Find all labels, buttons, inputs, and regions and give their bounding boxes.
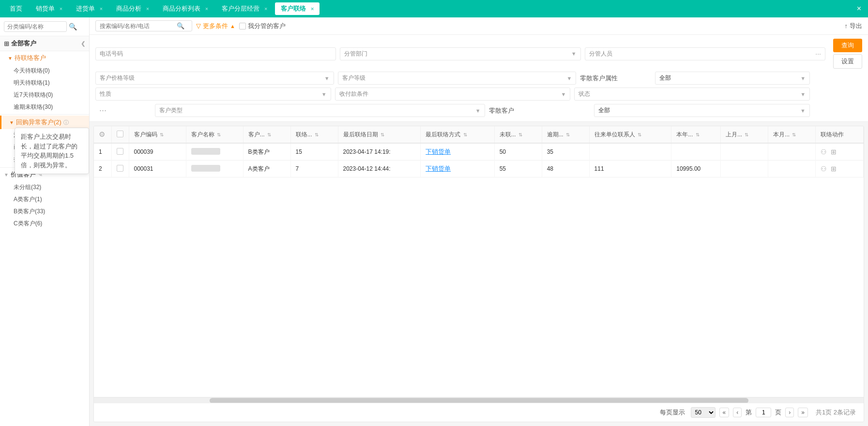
th-code[interactable]: 客户编码 ⇅ <box>129 126 186 143</box>
filter-phone[interactable]: 电话号码 <box>95 47 336 60</box>
more-conditions-arrow: ▲ <box>230 23 235 29</box>
first-page-btn[interactable]: « <box>719 408 730 417</box>
filter-payment[interactable]: 收付款条件 ▼ <box>335 88 571 101</box>
sidebar-item-today-pending[interactable]: 今天待联络(0) <box>0 65 89 77</box>
sidebar-group-repeat-purchase[interactable]: ▼ 回购异常客户(2) ⓘ <box>0 116 89 129</box>
query-button[interactable]: 查询 <box>833 39 862 52</box>
nav-product-analysis[interactable]: 商品分析 × <box>110 2 155 15</box>
table-scroll-area[interactable]: ⚙ 客户编码 ⇅ 客户名称 ⇅ 客户... ⇅ 联络... ⇅ 最后联络日期 ⇅… <box>94 126 864 397</box>
sidebar-item-class-c[interactable]: C类客户(6) <box>0 218 89 230</box>
close-customer-contact-icon[interactable]: × <box>311 6 314 12</box>
my-customers-filter[interactable]: 我分管的客户 <box>239 22 286 30</box>
filter-retail-arrow[interactable]: ▼ <box>800 108 806 114</box>
th-type[interactable]: 客户... ⇅ <box>243 126 290 143</box>
sidebar-group-pending[interactable]: ▼ 待联络客户 <box>0 51 89 65</box>
filter-actions: 查询 设置 <box>833 39 862 69</box>
main-search-icon[interactable]: 🔍 <box>177 22 184 29</box>
td-contact-2: 7 <box>290 161 338 177</box>
filter-price-level-arrow[interactable]: ▼ <box>324 75 330 81</box>
page-number-input[interactable] <box>756 408 771 417</box>
sidebar-item-class-a[interactable]: A类客户(1) <box>0 193 89 206</box>
close-product-analysis-icon[interactable]: × <box>146 6 149 12</box>
sidebar-all-customers[interactable]: ⊞ 全部客户 ❮ <box>0 36 89 51</box>
nav-sales[interactable]: 销货单 × <box>30 2 68 15</box>
export-button[interactable]: ↑ 导出 <box>845 22 863 30</box>
pagination-bar: 每页显示 50 20 100 « ‹ 第 页 › » 共1页 2条记录 <box>94 403 864 422</box>
filter-nature[interactable]: 性质 ▼ <box>95 88 331 101</box>
table-row[interactable]: 2 000031 A类客户 7 2023-04-12 14:44: 下销货单 5… <box>94 161 864 177</box>
th-overdue[interactable]: 逾期... ⇅ <box>542 126 589 143</box>
th-uncontacted[interactable]: 未联... ⇅ <box>494 126 542 143</box>
prev-page-btn[interactable]: ‹ <box>733 408 742 417</box>
filter-payment-arrow[interactable]: ▼ <box>561 91 566 97</box>
my-customers-checkbox[interactable] <box>239 23 246 29</box>
th-last-contact-date[interactable]: 最后联络日期 ⇅ <box>338 126 421 143</box>
window-close-button[interactable]: × <box>854 3 864 14</box>
table-row[interactable]: 1 000039 B类客户 15 2023-04-17 14:19: 下销货单 … <box>94 143 864 161</box>
nav-product-analysis-list[interactable]: 商品分析列表 × <box>157 2 214 15</box>
last-page-btn[interactable]: » <box>798 408 808 417</box>
filter-dept[interactable]: 分管部门 ▼ <box>340 47 580 60</box>
sidebar-item-unclassified[interactable]: 未分组(32) <box>0 181 89 193</box>
th-this-year[interactable]: 本年... ⇅ <box>671 126 721 143</box>
filter-price-level[interactable]: 客户价格等级 ▼ <box>95 72 334 85</box>
filter-retail-attr-select[interactable]: 全部 ▼ <box>655 72 810 85</box>
sidebar-item-overdue-pending[interactable]: 逾期未联络(30) <box>0 101 89 113</box>
more-conditions-btn[interactable]: ▽ 更多条件 ▲ <box>196 22 235 30</box>
main-search-input[interactable] <box>100 23 175 29</box>
action-link-icon-1[interactable]: ⚇ <box>821 148 827 156</box>
sidebar-search-icon[interactable]: 🔍 <box>69 23 77 30</box>
table-select-all-checkbox[interactable] <box>117 131 123 137</box>
filter-dept-arrow[interactable]: ▼ <box>571 51 577 57</box>
link-method-1[interactable]: 下销货单 <box>426 148 451 155</box>
th-contact[interactable]: 联络... ⇅ <box>290 126 338 143</box>
filter-retail-select[interactable]: 全部 ▼ <box>594 104 810 117</box>
next-page-btn[interactable]: › <box>785 408 794 417</box>
nav-home[interactable]: 首页 <box>4 2 28 15</box>
filter-customer-level[interactable]: 客户等级 ▼ <box>338 72 577 85</box>
filter-customer-type-arrow[interactable]: ▼ <box>475 108 481 114</box>
td-lcm-1[interactable]: 下销货单 <box>421 143 494 161</box>
nav-customer-contact[interactable]: 客户联络 × <box>275 2 320 15</box>
filter-customer-level-arrow[interactable]: ▼ <box>566 75 572 81</box>
group-arrow-value: ▼ <box>4 172 9 177</box>
nav-purchase[interactable]: 进货单 × <box>70 2 108 15</box>
horizontal-scrollbar[interactable] <box>94 397 864 403</box>
sidebar-item-tomorrow-pending[interactable]: 明天待联络(1) <box>0 77 89 89</box>
sidebar-search-input[interactable] <box>4 21 67 32</box>
sidebar-item-class-b[interactable]: B类客户(33) <box>0 206 89 218</box>
row2-checkbox[interactable] <box>117 165 123 172</box>
filter-extra-dots[interactable]: ··· <box>95 103 151 118</box>
extra-dots-icon[interactable]: ··· <box>99 105 107 116</box>
close-sales-icon[interactable]: × <box>60 6 62 12</box>
th-last-month[interactable]: 上月... ⇅ <box>721 126 768 143</box>
td-uncontacted-1: 50 <box>494 143 542 161</box>
filter-person-dots[interactable]: ··· <box>815 50 821 58</box>
td-lcm-2[interactable]: 下销货单 <box>421 161 494 177</box>
th-this-month[interactable]: 本月... ⇅ <box>768 126 816 143</box>
filter-row-2: 客户价格等级 ▼ 客户等级 ▼ 零散客户属性 全部 ▼ <box>95 72 862 85</box>
filter-customer-type[interactable]: 客户类型 ▼ <box>155 104 485 117</box>
close-product-analysis-list-icon[interactable]: × <box>205 6 208 12</box>
link-method-2[interactable]: 下销货单 <box>426 165 451 172</box>
filter-person[interactable]: 分管人员 ··· <box>585 47 825 60</box>
th-contact-person[interactable]: 往来单位联系人 ⇅ <box>589 126 671 143</box>
filter-status[interactable]: 状态 ▼ <box>574 88 810 101</box>
td-cb-1 <box>111 143 129 161</box>
nav-customer-tier[interactable]: 客户分层经营 × <box>216 2 273 15</box>
per-page-select[interactable]: 50 20 100 <box>691 407 716 418</box>
filter-retail-attr-arrow[interactable]: ▼ <box>800 75 806 81</box>
th-name[interactable]: 客户名称 ⇅ <box>186 126 243 143</box>
action-link-icon-2[interactable]: ⚇ <box>821 165 827 173</box>
th-last-contact-method[interactable]: 最后联络方式 ⇅ <box>421 126 494 143</box>
filter-nature-arrow[interactable]: ▼ <box>321 91 327 97</box>
close-customer-tier-icon[interactable]: × <box>264 6 267 12</box>
action-grid-icon-1[interactable]: ⊞ <box>831 148 837 156</box>
close-purchase-icon[interactable]: × <box>100 6 103 12</box>
sidebar-item-7days-pending[interactable]: 近7天待联络(0) <box>0 89 89 101</box>
settings-button[interactable]: 设置 <box>833 54 862 69</box>
filter-status-arrow[interactable]: ▼ <box>800 91 806 97</box>
action-grid-icon-2[interactable]: ⊞ <box>831 165 837 173</box>
row1-checkbox[interactable] <box>117 148 123 155</box>
table-gear-icon[interactable]: ⚙ <box>99 130 105 138</box>
